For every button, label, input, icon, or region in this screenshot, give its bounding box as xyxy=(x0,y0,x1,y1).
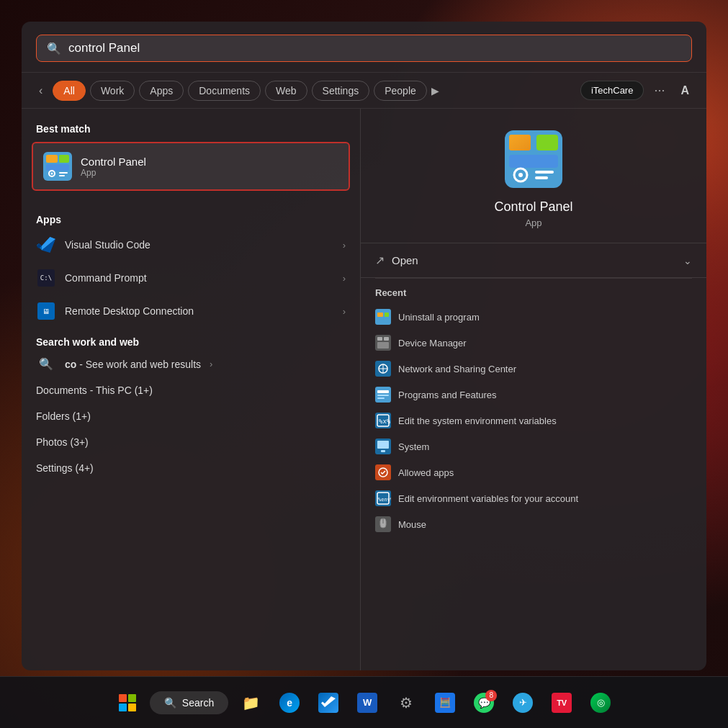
open-icon: ↗ xyxy=(375,253,385,267)
search-window: 🔍 control Panel ‹ All Work Apps Document… xyxy=(22,22,706,670)
best-match-title: Control Panel xyxy=(81,156,146,168)
svg-rect-36 xyxy=(377,441,389,449)
taskbar-search-label: Search xyxy=(182,697,214,709)
edge-button[interactable]: e xyxy=(273,686,306,719)
rdp-icon: 🖥 xyxy=(36,301,56,321)
whatsapp-wrap: 💬 8 xyxy=(474,693,494,713)
system-icon xyxy=(375,439,391,454)
svg-rect-21 xyxy=(377,337,382,341)
control-panel-large-icon xyxy=(505,130,562,188)
web-suffix: - See work and web results xyxy=(76,359,201,370)
svg-rect-3 xyxy=(46,164,69,171)
list-item[interactable]: Network and Sharing Center xyxy=(361,356,706,382)
chevron-down-button[interactable]: ⌄ xyxy=(683,255,692,266)
list-item[interactable]: %x% Edit the system environment variable… xyxy=(361,408,706,433)
list-item[interactable]: Device Manager xyxy=(361,330,706,356)
circular-button[interactable]: ◎ xyxy=(584,686,617,719)
telegram-button[interactable]: ✈ xyxy=(506,686,539,719)
folder-icon: 📁 xyxy=(241,693,261,713)
whatsapp-button[interactable]: 💬 8 xyxy=(467,686,500,719)
svg-rect-18 xyxy=(377,313,383,317)
cmd-label: Command Prompt xyxy=(65,272,334,284)
recent-item-text: Edit environment variables for your acco… xyxy=(398,493,578,504)
recent-item-text: Programs and Features xyxy=(398,390,497,400)
tab-people[interactable]: People xyxy=(374,81,427,101)
right-panel: Control Panel App ↗ Open ⌄ Recent Uninst… xyxy=(360,109,706,670)
best-match-item[interactable]: Control Panel App xyxy=(32,142,350,191)
svg-rect-6 xyxy=(59,172,68,174)
chevron-icon: › xyxy=(343,240,346,251)
windows-start-button[interactable] xyxy=(111,686,144,719)
svg-rect-37 xyxy=(381,450,385,452)
teamviewer-icon: TV xyxy=(552,693,572,713)
back-button[interactable]: ‹ xyxy=(33,81,48,100)
list-item[interactable]: C:\ Command Prompt › xyxy=(22,261,360,295)
teamviewer-button[interactable]: TV xyxy=(545,686,578,719)
recent-item-text: Network and Sharing Center xyxy=(398,364,516,374)
tab-web[interactable]: Web xyxy=(265,81,307,101)
open-section: ↗ Open ⌄ xyxy=(361,243,706,278)
apps-section-label: Apps xyxy=(22,205,360,228)
list-item[interactable]: System xyxy=(361,433,706,459)
left-panel: Best match Control Panel xyxy=(22,109,360,670)
svg-text:%env%: %env% xyxy=(378,497,391,503)
list-item[interactable]: Allowed apps xyxy=(361,459,706,485)
tab-settings[interactable]: Settings xyxy=(312,81,370,101)
settings-button[interactable]: ⚙ xyxy=(390,686,423,719)
search-bar[interactable]: 🔍 control Panel xyxy=(36,35,692,62)
device-manager-icon xyxy=(375,335,391,351)
tab-documents[interactable]: Documents xyxy=(188,81,261,101)
letter-label: A xyxy=(675,84,695,97)
svg-point-5 xyxy=(51,173,53,175)
vscode-icon xyxy=(36,235,56,255)
brand-tab[interactable]: iTechCare xyxy=(580,81,644,100)
env-user-icon: %env% xyxy=(375,490,391,506)
svg-rect-15 xyxy=(535,171,554,174)
chevron-icon: › xyxy=(343,306,346,317)
list-item[interactable]: Mouse xyxy=(361,511,706,537)
apps-section: Apps Visual Studio Code › xyxy=(22,199,360,328)
category-documents[interactable]: Documents - This PC (1+) xyxy=(22,377,360,403)
list-item[interactable]: Programs and Features xyxy=(361,382,706,408)
file-explorer-button[interactable]: 📁 xyxy=(234,686,267,719)
word-button[interactable]: W xyxy=(351,686,384,719)
tab-apps[interactable]: Apps xyxy=(139,81,184,101)
allowed-apps-icon xyxy=(375,464,391,480)
best-match-label: Best match xyxy=(22,120,360,142)
web-query: co xyxy=(65,359,76,370)
list-item[interactable]: 🖥 Remote Desktop Connection › xyxy=(22,295,360,328)
category-folders[interactable]: Folders (1+) xyxy=(22,403,360,429)
svg-rect-10 xyxy=(509,135,531,150)
open-button[interactable]: ↗ Open xyxy=(375,253,418,267)
more-button[interactable]: ··· xyxy=(648,80,670,101)
tab-all[interactable]: All xyxy=(53,81,86,101)
web-search-text: co - See work and web results xyxy=(65,359,201,370)
uninstall-icon xyxy=(375,309,391,325)
taskbar-search-icon: 🔍 xyxy=(164,697,176,709)
main-content: Best match Control Panel xyxy=(22,109,706,670)
open-label: Open xyxy=(392,254,418,266)
category-photos[interactable]: Photos (3+) xyxy=(22,429,360,455)
svg-rect-1 xyxy=(46,155,58,163)
taskbar: 🔍 Search 📁 e W ⚙ 🧮 💬 8 ✈ xyxy=(0,676,728,728)
search-icon: 🔍 xyxy=(47,42,61,55)
search-input[interactable]: control Panel xyxy=(68,41,681,55)
play-button[interactable]: ▶ xyxy=(431,85,439,96)
list-item[interactable]: %env% Edit environment variables for you… xyxy=(361,485,706,511)
svg-rect-19 xyxy=(385,313,389,317)
tab-work[interactable]: Work xyxy=(90,81,135,101)
recent-item-text: Mouse xyxy=(398,519,426,530)
right-subtitle: App xyxy=(525,217,541,228)
svg-rect-17 xyxy=(375,309,391,325)
category-settings[interactable]: Settings (4+) xyxy=(22,455,360,481)
rdp-label: Remote Desktop Connection xyxy=(65,305,334,317)
taskbar-search-button[interactable]: 🔍 Search xyxy=(150,691,228,714)
svg-rect-16 xyxy=(535,176,548,179)
cmd-icon: C:\ xyxy=(36,268,56,288)
list-item[interactable]: Visual Studio Code › xyxy=(22,228,360,261)
calculator-button[interactable]: 🧮 xyxy=(428,686,462,719)
web-search-item[interactable]: 🔍 co - See work and web results › xyxy=(22,351,360,377)
web-search-label: Search work and web xyxy=(22,328,360,351)
vscode-taskbar-button[interactable] xyxy=(312,686,345,719)
list-item[interactable]: Uninstall a program xyxy=(361,304,706,330)
